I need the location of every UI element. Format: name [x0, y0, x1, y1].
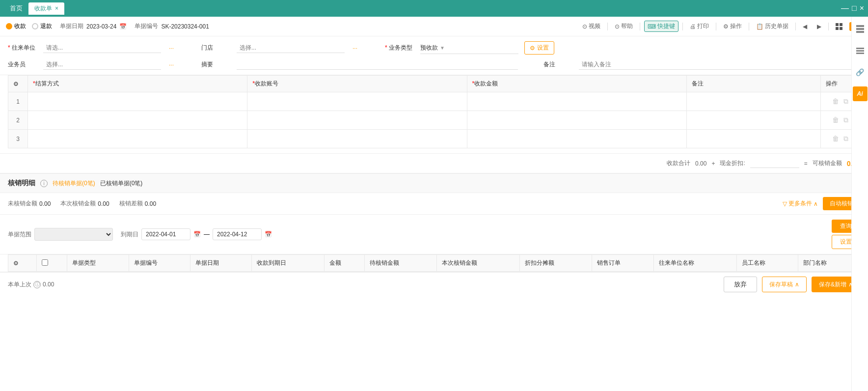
nav-prev-btn[interactable]: ◀ — [800, 22, 810, 31]
col-settings-header[interactable]: ⚙ — [8, 76, 28, 92]
bottom-col-checkbox[interactable] — [37, 255, 67, 272]
date-to-input[interactable] — [213, 228, 262, 240]
discount-input[interactable] — [750, 159, 799, 168]
delete-icon-3[interactable]: 🗑 — [832, 135, 839, 142]
reconcile-info-icon[interactable]: i — [40, 180, 48, 187]
copy-icon-2[interactable]: ⧉ — [843, 116, 848, 124]
video-btn[interactable]: ⊙ 视频 — [579, 21, 603, 31]
nav-next-btn[interactable]: ▶ — [814, 22, 824, 31]
bottom-col-amount: 金额 — [324, 255, 364, 272]
remark-cell-3[interactable] — [686, 130, 820, 148]
settlement-cell-2[interactable] — [28, 111, 247, 130]
sidebar-link-icon[interactable]: 🔗 — [853, 65, 868, 80]
settlement-cell-1[interactable] — [28, 92, 247, 111]
history-icon: 📋 — [756, 23, 763, 30]
window-close-button[interactable]: × — [860, 4, 864, 13]
shortcut-btn[interactable]: ⌨ 快捷键 — [644, 21, 678, 32]
shop-input[interactable] — [237, 43, 345, 53]
tab-current-label: 收款单 — [34, 4, 52, 13]
amount-cell-3[interactable] — [467, 130, 686, 148]
radio-circle-filled — [6, 23, 12, 29]
row-num-1: 1 — [8, 92, 28, 111]
staff-input[interactable] — [43, 59, 161, 70]
radio-shoukuan[interactable]: 收款 — [6, 22, 26, 30]
tab-current[interactable]: 收款单 × — [28, 2, 64, 15]
shortcut-icon: ⌨ — [648, 23, 656, 30]
window-controls: — □ × — [841, 4, 864, 13]
range-field: 单据范围 — [8, 228, 113, 241]
settlement-cell-3[interactable] — [28, 130, 247, 148]
delete-icon-1[interactable]: 🗑 — [832, 97, 839, 105]
row-num-3: 3 — [8, 130, 28, 148]
account-cell-1[interactable] — [247, 92, 467, 111]
account-cell-2[interactable] — [247, 111, 467, 130]
receipt-type-radio: 收款 退款 — [6, 22, 52, 30]
calendar-icon-to[interactable]: 📅 — [265, 231, 272, 238]
divider-4 — [716, 23, 716, 30]
window-min-button[interactable]: — — [841, 4, 849, 13]
window-max-button[interactable]: □ — [852, 4, 857, 13]
bottom-col-settings[interactable]: ⚙ — [8, 255, 37, 272]
remark-cell-1[interactable] — [686, 92, 820, 111]
table-row: 1 🗑 ⧉ — [8, 92, 860, 111]
divider-5 — [749, 23, 749, 30]
footer: 本单上次 ⓘ 0.00 放弃 保存草稿 ∧ 保存&新增 ∧ — [0, 272, 868, 296]
diff-value: 0.00 — [145, 200, 156, 207]
summary-input[interactable] — [237, 59, 518, 70]
remark-input[interactable] — [579, 59, 860, 70]
bottom-col-sales-order: 销售订单 — [592, 255, 653, 272]
remark-cell-2[interactable] — [686, 111, 820, 130]
plus-sign: + — [711, 160, 715, 167]
ops-btn[interactable]: ⚙ 操作 — [720, 21, 745, 31]
range-select[interactable] — [34, 228, 113, 241]
shop-more-icon[interactable]: ··· — [351, 45, 359, 52]
list-view-icon — [856, 47, 864, 55]
form-row-1: * 往来单位 ··· 门店 ··· * 业务类型 预收款 ▼ ⚙ 设置 — [8, 41, 860, 55]
more-conditions-btn[interactable]: ▽ 更多条件 ∧ — [783, 199, 818, 208]
tab-home[interactable]: 首页 — [4, 4, 28, 13]
abandon-button[interactable]: 放弃 — [724, 277, 757, 292]
settings-button[interactable]: ⚙ 设置 — [524, 41, 554, 55]
business-type-select[interactable]: 预收款 ▼ — [420, 42, 518, 54]
footer-info-icon[interactable]: ⓘ — [33, 281, 41, 288]
sidebar-table-icon[interactable] — [853, 22, 868, 36]
business-type-label: * 业务类型 — [385, 44, 414, 52]
svg-rect-11 — [856, 50, 864, 52]
staff-more-icon[interactable]: ··· — [167, 61, 176, 68]
partner-input[interactable] — [43, 43, 161, 53]
calendar-icon-from[interactable]: 📅 — [193, 231, 201, 238]
save-draft-button[interactable]: 保存草稿 ∧ — [762, 277, 807, 292]
amount-cell-2[interactable] — [467, 111, 686, 130]
date-value: 2023-03-24 — [86, 23, 116, 30]
date-from-input[interactable] — [141, 228, 190, 240]
filter-icon: ▽ — [783, 200, 787, 207]
calendar-icon[interactable]: 📅 — [119, 23, 127, 30]
svg-rect-0 — [836, 23, 839, 26]
sidebar-list-icon[interactable] — [853, 43, 868, 58]
select-all-checkbox[interactable] — [42, 259, 48, 266]
video-icon: ⊙ — [582, 23, 587, 30]
amount-cell-1[interactable] — [467, 92, 686, 111]
help-btn[interactable]: ⊙ 帮助 — [612, 21, 636, 31]
radio-tuikuan[interactable]: 退款 — [32, 22, 52, 30]
current-label: 本次核销金额 — [60, 199, 96, 208]
reconcile-section-header: 核销明细 i 待核销单据(0笔) 已核销单据(0笔) — [0, 173, 868, 193]
svg-rect-1 — [840, 23, 842, 26]
delete-icon-2[interactable]: 🗑 — [832, 116, 839, 124]
tab-close-icon[interactable]: × — [55, 5, 58, 12]
partner-more-icon[interactable]: ··· — [167, 45, 176, 52]
view-toggle-btn[interactable] — [833, 22, 845, 31]
history-btn[interactable]: 📋 历史单据 — [753, 21, 791, 31]
discount-label: 现金折扣: — [720, 159, 745, 168]
print-btn[interactable]: 🖨 打印 — [687, 21, 712, 31]
copy-icon-1[interactable]: ⧉ — [843, 97, 848, 105]
divider-7 — [828, 23, 829, 30]
tab-done[interactable]: 已核销单据(0笔) — [100, 179, 143, 188]
sidebar-ai-icon[interactable]: Ai — [853, 86, 868, 101]
tab-pending[interactable]: 待核销单据(0笔) — [53, 179, 95, 188]
svg-rect-12 — [856, 53, 864, 54]
account-cell-3[interactable] — [247, 130, 467, 148]
copy-icon-3[interactable]: ⧉ — [843, 135, 848, 142]
shop-label: 门店 — [201, 44, 231, 52]
ops-icon: ⚙ — [723, 23, 729, 30]
